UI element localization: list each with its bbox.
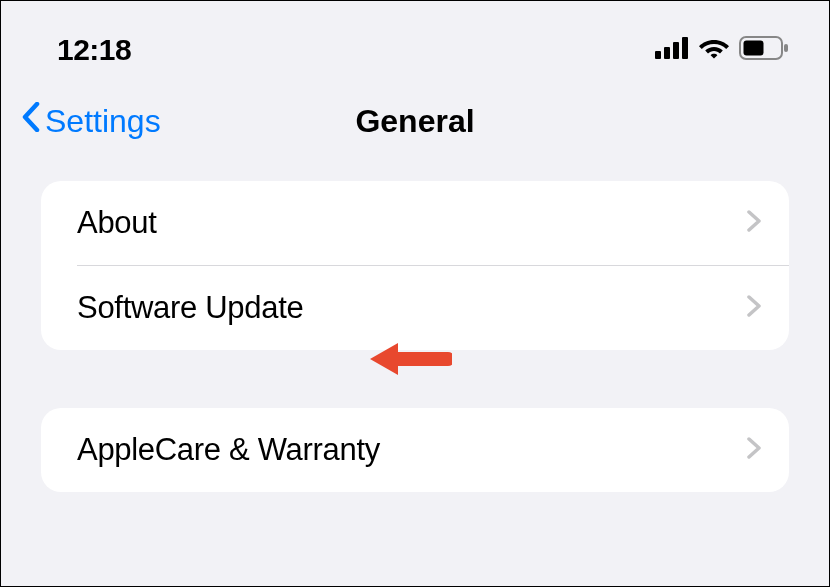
chevron-right-icon [747,210,761,236]
battery-icon [739,36,789,64]
status-bar: 12:18 [1,1,829,71]
cellular-icon [655,37,689,63]
row-label: Software Update [77,290,303,326]
status-icons [655,36,789,64]
svg-rect-5 [744,41,764,56]
settings-group: AppleCare & Warranty [41,408,789,492]
chevron-right-icon [747,437,761,463]
svg-rect-0 [655,51,661,59]
nav-bar: Settings General [1,71,829,161]
chevron-right-icon [747,295,761,321]
settings-group: About Software Update [41,181,789,350]
wifi-icon [699,37,729,63]
svg-rect-3 [682,37,688,59]
row-applecare-warranty[interactable]: AppleCare & Warranty [41,408,789,492]
row-label: AppleCare & Warranty [77,432,380,468]
svg-rect-6 [784,44,788,52]
chevron-left-icon [21,102,41,140]
back-label: Settings [45,103,161,140]
status-time: 12:18 [57,33,131,67]
row-software-update[interactable]: Software Update [41,266,789,350]
content: About Software Update AppleCare & Warran… [1,161,829,492]
svg-rect-2 [673,42,679,59]
row-label: About [77,205,157,241]
back-button[interactable]: Settings [21,102,161,140]
nav-title: General [355,103,474,140]
svg-rect-1 [664,47,670,59]
row-about[interactable]: About [41,181,789,265]
